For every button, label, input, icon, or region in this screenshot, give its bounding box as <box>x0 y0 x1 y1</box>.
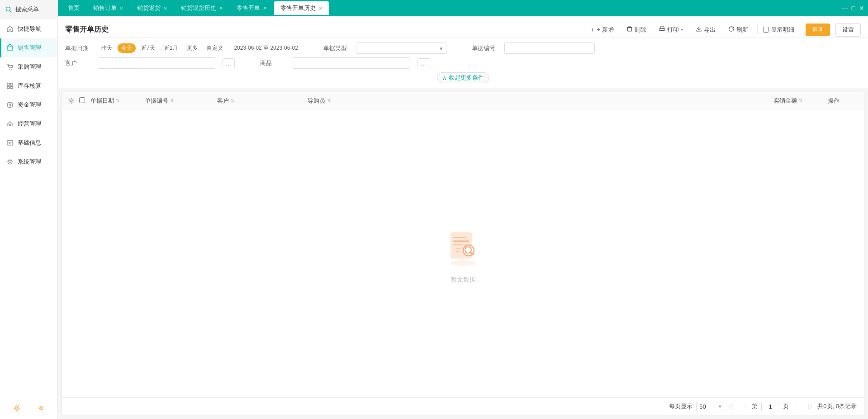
last-page-btn[interactable]: ⟩⟩ <box>806 402 814 411</box>
settings-footer-btn[interactable] <box>10 402 23 414</box>
svg-point-15 <box>15 407 18 410</box>
sidebar-footer <box>0 397 57 419</box>
refresh-icon <box>728 26 735 33</box>
tab-return-history-close[interactable]: ✕ <box>219 5 223 11</box>
tab-retail-open-label: 零售开单 <box>237 4 260 12</box>
filter-row-2: 客户 ... 商品 ... <box>65 57 861 69</box>
svg-rect-7 <box>7 86 9 89</box>
date-filter-buttons: 昨天 今天 近7天 近1月 更多 自定义 <box>98 43 227 53</box>
select-all-input[interactable] <box>79 97 85 103</box>
minimize-button[interactable]: — <box>842 5 848 12</box>
sidebar-item-sales-mgmt[interactable]: 销售管理 <box>0 38 57 57</box>
tab-bar: 首页 销售订单 ✕ 销货退货 ✕ 销货退货历史 ✕ 零售开单 ✕ 零售开单历史 … <box>58 0 868 16</box>
sidebar-item-finance[interactable]: 资金管理 <box>0 95 57 114</box>
prev-page-btn[interactable]: 〈 <box>739 401 748 411</box>
biz-icon <box>6 120 14 128</box>
add-icon: ＋ <box>589 26 595 34</box>
first-page-btn[interactable]: ⟨⟨ <box>727 402 735 411</box>
maximize-button[interactable]: □ <box>852 5 855 12</box>
sidebar-item-biz-mgmt[interactable]: 经营管理 <box>0 114 57 133</box>
add-label: + 新增 <box>597 26 614 34</box>
table-settings-icon[interactable] <box>66 98 77 104</box>
sidebar-item-label: 经营管理 <box>18 120 41 128</box>
number-filter-input[interactable] <box>504 42 595 54</box>
page-label: 页 <box>783 402 789 410</box>
tab-sales-order-close[interactable]: ✕ <box>119 5 123 11</box>
tab-home[interactable]: 首页 <box>62 1 86 15</box>
type-select[interactable] <box>356 42 446 54</box>
refresh-button[interactable]: 刷新 <box>725 24 752 36</box>
export-icon <box>696 26 702 33</box>
date-7days-btn[interactable]: 近7天 <box>138 43 159 53</box>
date-filter-label: 单据日期 <box>65 44 90 52</box>
goods-dots-btn[interactable]: ... <box>417 58 430 68</box>
tab-retail-open[interactable]: 零售开单 ✕ <box>230 1 273 15</box>
svg-point-21 <box>71 100 72 102</box>
th-client-sort-icon: ⇅ <box>231 98 234 103</box>
date-range-display: 2023-06-02 至 2023-06-02 <box>234 44 298 52</box>
tab-home-label: 首页 <box>68 4 80 12</box>
type-filter-label: 单据类型 <box>323 44 349 52</box>
svg-rect-2 <box>7 46 13 50</box>
page-size-select[interactable]: 20 50 100 200 <box>696 402 723 411</box>
query-label: 查询 <box>812 26 824 34</box>
date-custom-btn[interactable]: 自定义 <box>203 43 227 53</box>
client-filter-label: 客户 <box>65 59 90 67</box>
close-button[interactable]: ✕ <box>859 5 864 12</box>
sidebar-search[interactable]: 搜索采单 <box>0 0 57 19</box>
tab-sales-order[interactable]: 销售订单 ✕ <box>87 1 130 15</box>
sidebar-item-label: 系统管理 <box>18 158 41 166</box>
tab-retail-open-history-label: 零售开单历史 <box>280 4 316 12</box>
add-button[interactable]: ＋ + 新增 <box>586 24 617 36</box>
current-page-input[interactable] <box>761 402 779 411</box>
empty-state: 暂无数据 <box>62 109 864 397</box>
settings-button[interactable]: 设置 <box>835 23 861 37</box>
collapse-button[interactable]: ∧ 收起更多条件 <box>437 72 489 83</box>
type-select-wrap <box>356 42 446 54</box>
export-button[interactable]: 导出 <box>692 24 719 36</box>
tab-retail-open-history[interactable]: 零售开单历史 ✕ <box>274 1 329 15</box>
client-dots-btn[interactable]: ... <box>223 58 235 68</box>
th-amount[interactable]: 实销金额 ⇅ <box>770 97 824 105</box>
th-date[interactable]: 单据日期 ⇅ <box>87 97 141 105</box>
th-guide[interactable]: 导购员 ⇅ <box>304 97 358 105</box>
tab-return-history[interactable]: 销货退货历史 ✕ <box>175 1 229 15</box>
sidebar-item-sys-mgmt[interactable]: 系统管理 <box>0 152 57 171</box>
empty-illustration <box>441 223 486 268</box>
sidebar-item-quick-nav[interactable]: 快捷导航 <box>0 19 57 38</box>
tab-retail-open-close[interactable]: ✕ <box>263 5 267 11</box>
tab-return-close[interactable]: ✕ <box>163 5 167 11</box>
date-more-btn[interactable]: 更多 <box>183 43 201 53</box>
sidebar-item-inventory[interactable]: 库存核算 <box>0 76 57 95</box>
tab-return-history-label: 销货退货历史 <box>181 4 216 12</box>
page-label-pre: 第 <box>752 402 758 410</box>
date-today-btn[interactable]: 今天 <box>118 43 136 53</box>
delete-button[interactable]: 删除 <box>623 24 650 36</box>
goods-filter-input[interactable] <box>293 57 410 69</box>
date-1month-btn[interactable]: 近1月 <box>161 43 182 53</box>
table-select-all-checkbox[interactable] <box>77 97 87 104</box>
number-filter-label: 单据编号 <box>472 44 497 52</box>
th-number[interactable]: 单据编号 ⇅ <box>141 97 213 105</box>
tab-retail-open-history-close[interactable]: ✕ <box>318 5 323 11</box>
th-action: 操作 <box>824 97 860 105</box>
tab-return[interactable]: 销货退货 ✕ <box>131 1 174 15</box>
print-button[interactable]: 打印 ▾ <box>655 24 687 36</box>
sidebar-item-base-info[interactable]: 基础信息 <box>0 133 57 152</box>
display-detail-input[interactable] <box>763 27 769 33</box>
svg-point-14 <box>9 161 11 163</box>
th-number-sort-icon: ⇅ <box>170 98 174 103</box>
svg-rect-6 <box>10 83 13 85</box>
delete-label: 删除 <box>635 26 646 34</box>
query-button[interactable]: 查询 <box>806 24 830 36</box>
date-yesterday-btn[interactable]: 昨天 <box>98 43 116 53</box>
next-page-btn[interactable]: 〉 <box>792 401 802 411</box>
sidebar-item-purchase-mgmt[interactable]: 采购管理 <box>0 57 57 76</box>
display-detail-checkbox[interactable]: 显示明细 <box>763 26 794 34</box>
client-filter-input[interactable] <box>98 57 215 69</box>
th-client[interactable]: 客户 ⇅ <box>213 97 304 105</box>
th-action-label: 操作 <box>828 97 840 105</box>
sidebar-item-label: 库存核算 <box>18 82 41 90</box>
purchase-icon <box>6 63 14 71</box>
collapse-sidebar-btn[interactable] <box>34 402 47 414</box>
